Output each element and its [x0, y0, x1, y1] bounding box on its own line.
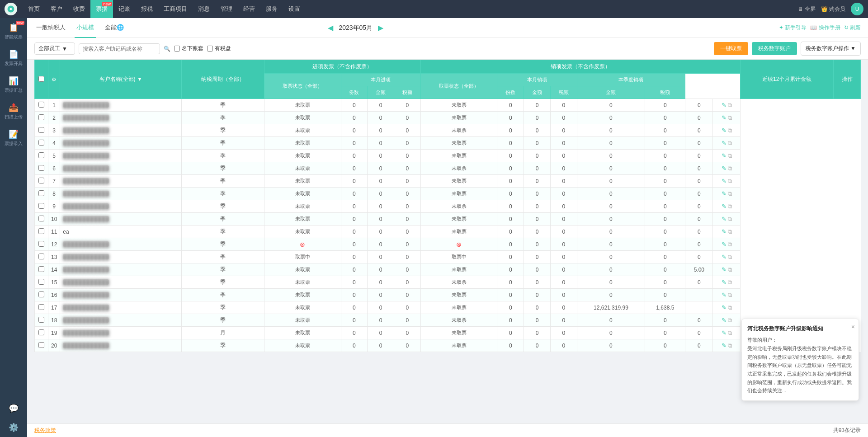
sidebar-item-3[interactable]: 📤扫描上传 — [0, 98, 27, 125]
row-checkbox[interactable] — [38, 140, 44, 146]
nav-item-首页[interactable]: 首页 — [23, 0, 45, 18]
under-account-checkbox[interactable]: 名下账套 — [174, 45, 203, 52]
row-checkbox[interactable] — [38, 329, 44, 335]
copy-button[interactable]: ⧉ — [728, 279, 732, 286]
nav-item-设置[interactable]: 设置 — [283, 0, 306, 18]
select-all-checkbox[interactable] — [38, 76, 44, 82]
copy-button[interactable]: ⧉ — [728, 114, 732, 121]
copy-button[interactable]: ⧉ — [728, 342, 732, 349]
tax-digital-account-op-button[interactable]: 税务数字账户操作 ▼ — [801, 42, 861, 56]
sidebar-item-message[interactable]: 💬 — [0, 399, 27, 418]
employee-select[interactable]: 全部员工 ▼ — [34, 42, 75, 55]
sidebar-item-settings[interactable]: ⚙️ — [0, 418, 27, 437]
row-checkbox[interactable] — [38, 304, 44, 310]
sub-tab-2[interactable]: 全能 🌐 — [103, 18, 126, 38]
edit-button[interactable]: ✎ — [722, 254, 726, 260]
row-checkbox[interactable] — [38, 165, 44, 171]
nav-item-客户[interactable]: 客户 — [45, 0, 68, 18]
edit-button[interactable]: ✎ — [722, 342, 726, 349]
nav-item-记账[interactable]: 记账 — [113, 0, 136, 18]
copy-button[interactable]: ⧉ — [728, 254, 732, 260]
edit-button[interactable]: ✎ — [722, 241, 726, 248]
row-checkbox[interactable] — [38, 254, 44, 259]
copy-button[interactable]: ⧉ — [728, 140, 732, 146]
edit-button[interactable]: ✎ — [722, 317, 726, 324]
copy-button[interactable]: ⧉ — [728, 266, 732, 273]
copy-button[interactable]: ⧉ — [728, 304, 732, 311]
edit-button[interactable]: ✎ — [722, 304, 726, 311]
sidebar-item-4[interactable]: 📝票据录入 — [0, 125, 27, 151]
nav-item-票据[interactable]: 票据new — [90, 0, 113, 18]
row-checkbox[interactable] — [38, 178, 44, 183]
edit-button[interactable]: ✎ — [722, 329, 726, 336]
copy-button[interactable]: ⧉ — [728, 190, 732, 197]
edit-button[interactable]: ✎ — [722, 279, 726, 286]
tax-policy-link[interactable]: 税务政策 — [34, 427, 56, 434]
user-avatar[interactable]: U — [851, 3, 863, 15]
edit-button[interactable]: ✎ — [722, 127, 726, 134]
nav-item-管理[interactable]: 管理 — [215, 0, 238, 18]
one-click-fetch-button[interactable]: 一键取票 — [714, 42, 748, 55]
row-checkbox[interactable] — [38, 190, 44, 196]
nav-item-经营[interactable]: 经营 — [238, 0, 260, 18]
next-month-button[interactable]: ▶ — [378, 23, 383, 32]
row-checkbox[interactable] — [38, 228, 44, 234]
notification-close-button[interactable]: × — [851, 322, 855, 332]
row-checkbox[interactable] — [38, 114, 44, 120]
row-checkbox[interactable] — [38, 216, 44, 221]
copy-button[interactable]: ⧉ — [728, 102, 732, 108]
nav-item-服务[interactable]: 服务 — [260, 0, 283, 18]
row-checkbox[interactable] — [38, 342, 44, 348]
sub-tab-0[interactable]: 一般纳税人 — [34, 18, 67, 38]
nav-item-报税[interactable]: 报税 — [136, 0, 158, 18]
edit-button[interactable]: ✎ — [722, 152, 726, 159]
sidebar-item-0[interactable]: 📋智能取票new — [0, 18, 27, 45]
edit-button[interactable]: ✎ — [722, 114, 726, 121]
nav-item-收费[interactable]: 收费 — [68, 0, 90, 18]
vip-button[interactable]: 👑 购会员 — [821, 5, 845, 13]
copy-button[interactable]: ⧉ — [728, 178, 732, 184]
sidebar-item-1[interactable]: 📄发票开具 — [0, 45, 27, 71]
edit-button[interactable]: ✎ — [722, 102, 726, 108]
edit-button[interactable]: ✎ — [722, 140, 726, 146]
nav-item-消息[interactable]: 消息 — [193, 0, 215, 18]
copy-button[interactable]: ⧉ — [728, 216, 732, 222]
nav-item-工商项目[interactable]: 工商项目 — [158, 0, 193, 18]
edit-button[interactable]: ✎ — [722, 203, 726, 210]
edit-button[interactable]: ✎ — [722, 291, 726, 298]
row-checkbox[interactable] — [38, 291, 44, 297]
refresh-button[interactable]: ↻ 刷新 — [844, 24, 861, 32]
copy-button[interactable]: ⧉ — [728, 241, 732, 248]
row-checkbox[interactable] — [38, 317, 44, 323]
edit-button[interactable]: ✎ — [722, 165, 726, 172]
copy-button[interactable]: ⧉ — [728, 228, 732, 235]
has-tax-disk-checkbox[interactable]: 有税盘 — [207, 45, 231, 52]
copy-button[interactable]: ⧉ — [728, 317, 732, 324]
copy-button[interactable]: ⧉ — [728, 203, 732, 210]
sidebar-item-2[interactable]: 📊票据汇总 — [0, 71, 27, 98]
new-guide-button[interactable]: ✦ 新手引导 — [779, 24, 807, 32]
edit-button[interactable]: ✎ — [722, 178, 726, 184]
copy-button[interactable]: ⧉ — [728, 291, 732, 298]
row-checkbox[interactable] — [38, 127, 44, 133]
sub-tab-1[interactable]: 小规模 — [75, 18, 96, 38]
manual-button[interactable]: 📖 操作手册 — [810, 24, 840, 32]
copy-button[interactable]: ⧉ — [728, 165, 732, 172]
row-checkbox[interactable] — [38, 152, 44, 158]
copy-button[interactable]: ⧉ — [728, 127, 732, 134]
row-checkbox[interactable] — [38, 203, 44, 209]
row-checkbox[interactable] — [38, 266, 44, 272]
fullscreen-button[interactable]: 🖥 全屏 — [797, 5, 815, 13]
settings-col-icon[interactable]: ⚙ — [52, 76, 57, 83]
customer-search-input[interactable] — [79, 43, 160, 54]
prev-month-button[interactable]: ◀ — [328, 23, 333, 32]
edit-button[interactable]: ✎ — [722, 216, 726, 222]
edit-button[interactable]: ✎ — [722, 228, 726, 235]
row-checkbox[interactable] — [38, 241, 44, 247]
row-checkbox[interactable] — [38, 279, 44, 285]
row-checkbox[interactable] — [38, 102, 44, 108]
edit-button[interactable]: ✎ — [722, 190, 726, 197]
tax-digital-account-button[interactable]: 税务数字账户 — [752, 42, 797, 55]
copy-button[interactable]: ⧉ — [728, 329, 732, 336]
edit-button[interactable]: ✎ — [722, 266, 726, 273]
